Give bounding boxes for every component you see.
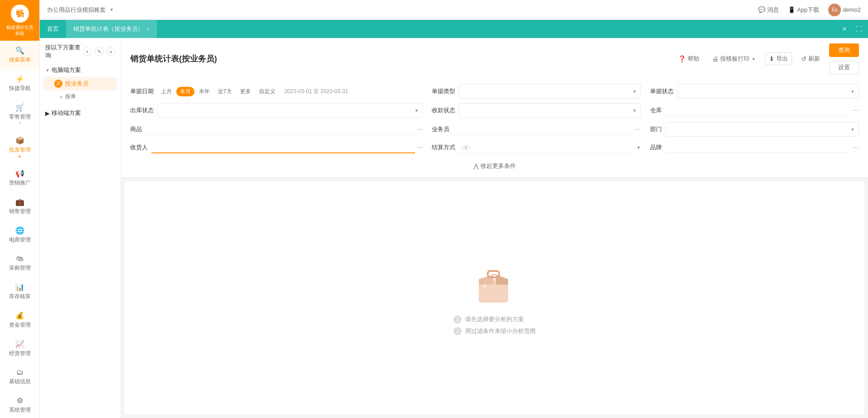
help-btn[interactable]: ❓ 帮助 [675, 53, 703, 65]
refresh-label: 刷新 [808, 55, 820, 63]
purchase-label: 采购管理 [9, 264, 31, 272]
payment-tag-close[interactable]: × [464, 145, 467, 150]
sidebar-item-finance[interactable]: 💰 资金管理 [0, 306, 39, 334]
left-panel: 按以下方案查询 + ✎ « ▼ 电脑端方案 员 按业务员 ≡ 按单 [40, 38, 121, 418]
sidebar-item-purchase[interactable]: 🛍 采购管理 [0, 249, 39, 277]
date-tab-thismonth[interactable]: 本月 [176, 87, 194, 96]
sidebar-item-inventory[interactable]: 📊 库存核算 [0, 277, 39, 306]
consignee-dots[interactable]: ··· [417, 143, 423, 152]
date-tab-thisyear[interactable]: 本年 [195, 87, 213, 96]
operation-icon: 📈 [15, 340, 24, 348]
tab-close-btn[interactable]: × [146, 26, 150, 32]
payment-label: 结算方式 [432, 143, 455, 152]
print-arrow: ▼ [751, 57, 756, 62]
scheme-sub-byorder[interactable]: ≡ 按单 [43, 90, 117, 103]
date-tab-lastmonth[interactable]: 上月 [157, 87, 175, 96]
wholesale-label: 批发管理 [9, 146, 31, 154]
tab-bar-actions: ✕ ⛶ [839, 24, 868, 34]
salesperson-input[interactable] [453, 124, 633, 135]
tab-active-label: 销货单统计表（按业务员） [73, 25, 144, 33]
setting-button[interactable]: 设置 [829, 61, 859, 74]
warehouse-label: 仓库 [650, 106, 662, 114]
query-button[interactable]: 查询 [829, 43, 859, 57]
tab-home[interactable]: 首页 [40, 20, 66, 38]
tab-active[interactable]: 销货单统计表（按业务员） × [66, 20, 157, 38]
warehouse-dots[interactable]: ··· [853, 106, 859, 114]
filter-receiptstatus: 收款状态 ▼ [432, 103, 641, 118]
logo[interactable]: 畅 畅捷通好生意标版 [0, 0, 39, 41]
sidebar-item-system[interactable]: ⚙ 系统管理 [0, 391, 39, 418]
consignee-input[interactable] [151, 142, 415, 153]
filter-row-3: 商品 ··· 业务员 ··· 部门 [130, 122, 859, 137]
sidebar-item-quicknav[interactable]: ⚡ 快捷导航 [0, 69, 39, 98]
sidebar-search-label: 搜索菜单 [9, 56, 31, 64]
brand-dots[interactable]: ··· [853, 143, 859, 152]
message-label: 消息 [767, 6, 779, 14]
filter-department: 部门 ▼ [650, 122, 859, 137]
sidebar-item-basic[interactable]: 🗂 基础信息 [0, 363, 39, 391]
add-scheme-btn[interactable]: + [83, 47, 92, 56]
payment-arrow[interactable]: ▼ [637, 145, 641, 150]
logo-text: 畅捷通好生意标版 [6, 24, 33, 36]
print-btn[interactable]: 🖨 按模板打印 ▼ [708, 53, 760, 65]
stockstatus-label: 出库状态 [130, 106, 154, 114]
brand-label: 品牌 [650, 143, 662, 152]
receiptstatus-select[interactable]: ▼ [459, 103, 641, 118]
wholesale-icon: 📦 [15, 136, 24, 145]
user-action[interactable]: Ea demo2 [828, 4, 861, 16]
tip2-num: 2 [453, 327, 462, 335]
export-btn[interactable]: ⬇ 导出 [765, 52, 792, 65]
scheme-item-salesperson[interactable]: 员 按业务员 [43, 77, 117, 90]
empty-icon [472, 261, 517, 306]
sidebar-item-wholesale[interactable]: 📦 批发管理 ▲ [0, 131, 39, 164]
retail-icon: 🛒 [15, 103, 24, 112]
sidebar-item-marketing[interactable]: 📢 营销推广 [0, 164, 39, 192]
collapse-panel-btn[interactable]: « [106, 47, 115, 56]
export-label: 导出 [776, 55, 788, 63]
svg-point-3 [483, 284, 486, 288]
collapse-up-icon: ⋀ [474, 163, 479, 170]
doctype-select[interactable]: ▼ [459, 84, 641, 99]
stockstatus-select[interactable]: ▼ [157, 103, 423, 118]
docstatus-select[interactable]: ▼ [677, 84, 859, 99]
warehouse-input[interactable] [665, 105, 851, 116]
sidebar-item-sales[interactable]: 💼 销售管理 [0, 192, 39, 221]
filter-date: 单据日期 上月 本月 本年 近7天 更多 自定义 2023-03-01 至 20… [130, 87, 423, 96]
sidebar-quicknav-label: 快捷导航 [9, 85, 31, 92]
date-tab-more[interactable]: 更多 [236, 87, 255, 96]
collapse-bar[interactable]: ⋀ 收起更多条件 [130, 158, 859, 172]
message-action[interactable]: 💬 消息 [758, 6, 779, 14]
salesperson-scheme-label: 按业务员 [65, 80, 89, 88]
print-icon: 🖨 [712, 55, 718, 62]
tip2-text: 用过滤条件来缩小分析范围 [465, 327, 536, 335]
salesperson-dots[interactable]: ··· [635, 125, 641, 133]
sidebar-item-operation[interactable]: 📈 经营管理 [0, 334, 39, 363]
salesperson-scheme-icon: 员 [54, 80, 62, 88]
help-label: 帮助 [688, 55, 699, 63]
edit-scheme-btn[interactable]: ✎ [94, 47, 104, 56]
tab-maximize-btn[interactable]: ⛶ [854, 24, 864, 34]
date-tab-custom[interactable]: 自定义 [255, 87, 279, 96]
mobile-group-label: 移动端方案 [52, 109, 81, 117]
app-icon: 📱 [788, 6, 795, 13]
sidebar-item-retail[interactable]: 🛒 零售管理 ▼ [0, 98, 39, 131]
refresh-btn[interactable]: ↺ 刷新 [797, 53, 824, 65]
filter-stockstatus: 出库状态 ▼ [130, 103, 423, 118]
payment-tag: × [462, 144, 470, 151]
breadcrumb-arrow[interactable]: ▼ [109, 7, 114, 12]
scheme-group-desktop-header[interactable]: ▼ 电脑端方案 [43, 63, 117, 77]
product-input[interactable] [146, 124, 415, 135]
desktop-group-arrow: ▼ [45, 68, 50, 73]
system-label: 系统管理 [9, 406, 31, 414]
app-download-action[interactable]: 📱 App下载 [788, 6, 819, 14]
tab-close-window-btn[interactable]: ✕ [839, 24, 850, 34]
date-tab-7days[interactable]: 近7天 [214, 87, 236, 96]
department-select[interactable]: ▼ [665, 122, 859, 137]
brand-input[interactable] [665, 142, 851, 153]
product-dots[interactable]: ··· [417, 125, 423, 133]
sidebar-item-ecommerce[interactable]: 🌐 电商管理 [0, 221, 39, 249]
operation-label: 经营管理 [9, 350, 31, 357]
sidebar-item-search[interactable]: 🔍 搜索菜单 [0, 41, 39, 69]
filter-payment: 结算方式 × ▼ [432, 141, 641, 154]
scheme-group-mobile-header[interactable]: ▶ 移动端方案 [40, 106, 121, 120]
